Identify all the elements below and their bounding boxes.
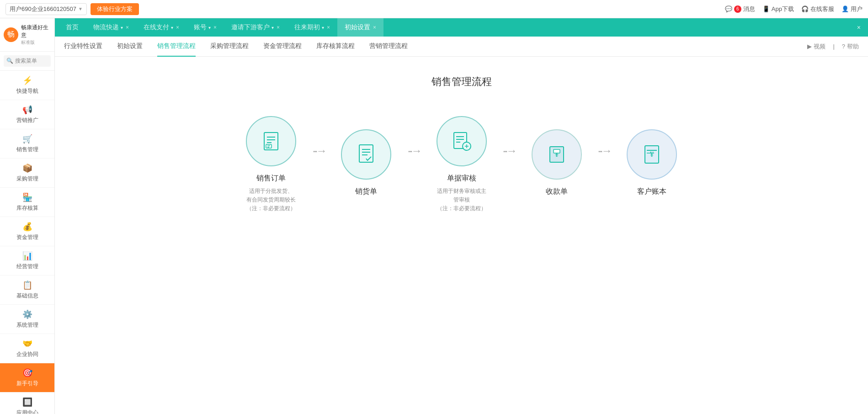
flow-arrow-4: ···→ bbox=[598, 144, 611, 157]
sidebar: 畅 畅康通好生意 标准版 🔍 搜索菜单 ⚡ 快捷导航 📢 营销推广 🛒 销售管理… bbox=[0, 18, 55, 414]
sub-tab-initial-setup-label: 初始设置 bbox=[117, 42, 143, 50]
sub-tab-inventory-flow[interactable]: 库存核算流程 bbox=[316, 37, 355, 57]
sidebar-search-button[interactable]: 🔍 搜索菜单 bbox=[4, 55, 51, 67]
tab-initial-setup[interactable]: 初始设置 × bbox=[337, 18, 383, 37]
search-icon: 🔍 bbox=[6, 58, 13, 64]
headset-icon: 🎧 bbox=[801, 5, 809, 12]
sidebar-item-purchase-mgmt[interactable]: 📦 采购管理 bbox=[0, 159, 54, 188]
receipt-circle[interactable]: ¥ bbox=[532, 129, 582, 180]
tab-close-icon[interactable]: × bbox=[213, 24, 217, 31]
tab-close-icon[interactable]: × bbox=[327, 24, 330, 31]
sidebar-item-label: 企业协同 bbox=[16, 350, 38, 358]
sidebar-item-inventory[interactable]: 🏪 库存核算 bbox=[0, 188, 54, 217]
sub-tab-capital-flow-label: 资金管理流程 bbox=[263, 42, 302, 50]
tab-arrow-icon: ▾ bbox=[171, 25, 173, 30]
sub-tab-marketing-flow[interactable]: 营销管理流程 bbox=[369, 37, 408, 57]
tab-home-label: 首页 bbox=[66, 23, 79, 32]
tab-home[interactable]: 首页 bbox=[59, 18, 86, 37]
sidebar-logo: 畅 畅康通好生意 标准版 bbox=[0, 18, 54, 52]
sidebar-item-quick-nav[interactable]: ⚡ 快捷导航 bbox=[0, 71, 54, 100]
message-button[interactable]: 💬 6 消息 bbox=[725, 5, 755, 13]
video-help-button[interactable]: ▶ 视频 bbox=[807, 42, 825, 51]
sales-mgmt-icon: 🛒 bbox=[22, 134, 32, 144]
app-download-icon: 📱 bbox=[762, 5, 770, 12]
flow-step-customer-account: ¥ 客户账本 bbox=[615, 129, 688, 200]
logo-subtitle: 标准版 bbox=[21, 39, 51, 46]
tab-arrow-icon: ▾ bbox=[121, 25, 123, 30]
flow-step-sales-order: 销售订单 适用于分批发货、有合同发货周期较长（注：非必要流程） bbox=[234, 116, 308, 213]
online-service-label: 在线客服 bbox=[810, 5, 834, 13]
video-icon: ▶ bbox=[807, 43, 812, 50]
tab-logistics[interactable]: 物流快递 ▾ × bbox=[86, 18, 136, 37]
finance-mgmt-icon: 💰 bbox=[22, 222, 32, 232]
step-name-receipt: 收款单 bbox=[546, 187, 568, 196]
tab-past-period[interactable]: 往来期初 ▾ × bbox=[287, 18, 337, 37]
flow-step-sales-invoice: 销货单 bbox=[330, 129, 403, 200]
sub-tab-initial-setup[interactable]: 初始设置 bbox=[117, 37, 143, 57]
flow-steps: 销售订单 适用于分批发货、有合同发货周期较长（注：非必要流程） ···→ bbox=[82, 116, 841, 213]
content-area: 首页 物流快递 ▾ × 在线支付 ▾ × 账号 ▾ × 邀请下游客户 ▾ × bbox=[55, 18, 868, 414]
search-label: 搜索菜单 bbox=[15, 57, 37, 65]
sidebar-item-new-guide[interactable]: 🎯 新手引导 bbox=[0, 363, 54, 393]
close-all-tabs-button[interactable]: × bbox=[853, 24, 864, 31]
help-button[interactable]: ? 帮助 bbox=[842, 42, 859, 51]
bill-review-circle[interactable] bbox=[437, 116, 487, 166]
tab-online-payment[interactable]: 在线支付 ▾ × bbox=[136, 18, 186, 37]
svg-rect-20 bbox=[554, 149, 560, 153]
sub-tab-industry-settings[interactable]: 行业特性设置 bbox=[64, 37, 102, 57]
flow-step-receipt: ¥ 收款单 bbox=[520, 129, 593, 200]
quick-nav-icon: ⚡ bbox=[22, 75, 32, 85]
nav-tabs-bar: 首页 物流快递 ▾ × 在线支付 ▾ × 账号 ▾ × 邀请下游客户 ▾ × bbox=[55, 18, 868, 37]
sub-tab-inventory-flow-label: 库存核算流程 bbox=[316, 42, 355, 50]
sidebar-item-app-center[interactable]: 🔲 应用中心 bbox=[0, 393, 54, 414]
app-download-button[interactable]: 📱 App下载 bbox=[762, 5, 794, 13]
sidebar-item-finance-mgmt[interactable]: 💰 资金管理 bbox=[0, 217, 54, 246]
enterprise-collab-icon: 🤝 bbox=[22, 339, 32, 349]
user-label: 用户 bbox=[851, 5, 863, 13]
tab-arrow-icon: ▾ bbox=[322, 25, 324, 30]
purchase-mgmt-icon: 📦 bbox=[22, 163, 32, 173]
sub-tab-purchase-flow[interactable]: 采购管理流程 bbox=[210, 37, 249, 57]
sidebar-item-enterprise-collab[interactable]: 🤝 企业协同 bbox=[0, 334, 54, 363]
page-title: 销售管理流程 bbox=[82, 75, 841, 89]
tab-close-icon[interactable]: × bbox=[373, 24, 376, 31]
tab-account[interactable]: 账号 ▾ × bbox=[186, 18, 224, 37]
sales-order-circle[interactable] bbox=[246, 116, 296, 166]
sub-tabs: 行业特性设置 初始设置 销售管理流程 采购管理流程 资金管理流程 库存核算流程 bbox=[55, 37, 868, 57]
sidebar-item-sales-mgmt[interactable]: 🛒 销售管理 bbox=[0, 129, 54, 159]
tab-close-icon[interactable]: × bbox=[176, 24, 179, 31]
sales-invoice-circle[interactable] bbox=[341, 129, 391, 180]
tab-close-icon[interactable]: × bbox=[277, 24, 280, 31]
flow-container: 销售管理流程 bbox=[55, 57, 868, 232]
sub-tab-sales-flow[interactable]: 销售管理流程 bbox=[157, 37, 196, 57]
sub-tab-purchase-flow-label: 采购管理流程 bbox=[210, 42, 249, 50]
sidebar-item-operations-mgmt[interactable]: 📊 经营管理 bbox=[0, 246, 54, 276]
bill-review-icon bbox=[450, 130, 473, 153]
message-badge: 6 bbox=[734, 5, 741, 13]
logo-title: 畅康通好生意 bbox=[21, 24, 51, 39]
sidebar-item-basic-info[interactable]: 📋 基础信息 bbox=[0, 276, 54, 305]
sub-tab-capital-flow[interactable]: 资金管理流程 bbox=[263, 37, 302, 57]
receipt-icon: ¥ bbox=[545, 143, 568, 166]
step-desc-sales-order: 适用于分批发货、有合同发货周期较长（注：非必要流程） bbox=[246, 187, 296, 213]
step-name-customer-account: 客户账本 bbox=[637, 187, 666, 196]
tab-account-label: 账号 bbox=[194, 23, 207, 32]
tab-online-payment-label: 在线支付 bbox=[144, 23, 169, 32]
page-content: 行业特性设置 初始设置 销售管理流程 采购管理流程 资金管理流程 库存核算流程 bbox=[55, 37, 868, 414]
tab-close-icon[interactable]: × bbox=[126, 24, 129, 31]
customer-account-icon: ¥ bbox=[640, 143, 663, 166]
tab-invite-downstream[interactable]: 邀请下游客户 ▾ × bbox=[224, 18, 287, 37]
user-selector[interactable]: 用户690企业1660120507 ▼ bbox=[5, 3, 87, 15]
sidebar-item-system-mgmt[interactable]: ⚙️ 系统管理 bbox=[0, 305, 54, 334]
customer-account-circle[interactable]: ¥ bbox=[627, 129, 677, 180]
flow-arrow-2: ···→ bbox=[407, 144, 420, 157]
divider: | bbox=[833, 43, 834, 50]
user-profile-button[interactable]: 👤 用户 bbox=[841, 5, 863, 13]
user-selector-text: 用户690企业1660120507 bbox=[10, 5, 76, 13]
sidebar-item-label: 采购管理 bbox=[16, 175, 38, 183]
step-name-bill-review: 单据审核 bbox=[447, 174, 476, 183]
trial-button[interactable]: 体验行业方案 bbox=[91, 3, 139, 15]
online-service-button[interactable]: 🎧 在线客服 bbox=[801, 5, 834, 13]
operations-mgmt-icon: 📊 bbox=[22, 251, 32, 261]
sidebar-item-marketing-promo[interactable]: 📢 营销推广 bbox=[0, 100, 54, 129]
